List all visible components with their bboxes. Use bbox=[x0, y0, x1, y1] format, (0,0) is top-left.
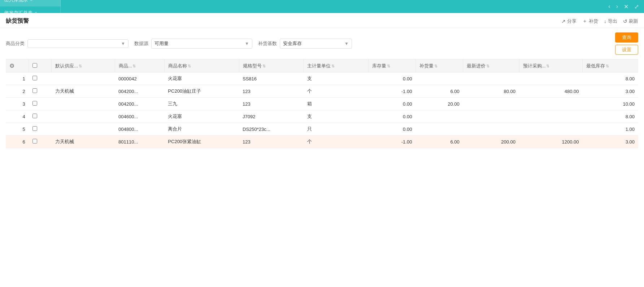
nav-tab-5[interactable]: 出入库流水× bbox=[0, 0, 61, 6]
导出-label: 导出 bbox=[608, 18, 617, 25]
page-header: 缺货预警 ↗分享＋补货↓导出↺刷新 bbox=[0, 13, 644, 28]
table-row[interactable]: 3004200...三九123箱0.0020.0010.00 bbox=[6, 98, 638, 110]
filter-actions: 查询 设置 bbox=[615, 32, 638, 55]
table-container: ⚙默认供应...⇅商品...⇅商品名称⇅规格型号⇅主计量单位⇅库存量⇅补货量⇅最… bbox=[0, 59, 644, 148]
sort-icon-6[interactable]: ⇅ bbox=[331, 64, 335, 68]
col-header-3[interactable]: 商品...⇅ bbox=[115, 59, 164, 72]
nav-next[interactable]: › bbox=[614, 3, 620, 10]
category-label: 商品分类 bbox=[6, 40, 25, 47]
row-name: 三九 bbox=[164, 98, 239, 110]
row-stock: 0.00 bbox=[368, 110, 415, 123]
row-checkbox[interactable] bbox=[32, 88, 37, 93]
row-stock: 0.00 bbox=[368, 98, 415, 110]
page-content: 缺货预警 ↗分享＋补货↓导出↺刷新 商品分类 ▼ 数据源 可用量 ▼ 补货基数 … bbox=[0, 13, 644, 287]
datasource-arrow-icon: ▼ bbox=[245, 41, 249, 46]
row-est-purchase bbox=[519, 110, 582, 123]
row-supplier: 力天机械 bbox=[52, 85, 115, 98]
row-checkbox[interactable] bbox=[32, 114, 37, 118]
row-check[interactable] bbox=[29, 72, 52, 85]
datasource-select[interactable]: 可用量 ▼ bbox=[151, 39, 252, 49]
header-action-补货[interactable]: ＋补货 bbox=[582, 18, 598, 25]
datasource-filter-group: 数据源 可用量 ▼ bbox=[134, 39, 252, 49]
category-select[interactable]: ▼ bbox=[27, 39, 129, 48]
row-checkbox[interactable] bbox=[32, 101, 37, 106]
nav-tab-close-6[interactable]: × bbox=[35, 10, 37, 13]
row-min-stock: 8.00 bbox=[582, 110, 638, 123]
table-row[interactable]: 4004600...火花塞J7092支0.008.00 bbox=[6, 110, 638, 123]
sort-icon-8[interactable]: ⇅ bbox=[434, 64, 438, 68]
query-button[interactable]: 查询 bbox=[615, 32, 638, 43]
row-price: 80.00 bbox=[463, 85, 519, 98]
header-action-分享[interactable]: ↗分享 bbox=[561, 18, 576, 25]
row-stock: 0.00 bbox=[368, 123, 415, 136]
row-est-purchase bbox=[519, 123, 582, 136]
row-check[interactable] bbox=[29, 123, 52, 136]
table-row[interactable]: 10000042火花塞SS816支0.008.00 bbox=[6, 72, 638, 85]
row-min-stock: 3.00 bbox=[582, 85, 638, 98]
category-arrow-icon: ▼ bbox=[121, 41, 125, 46]
row-spec: 123 bbox=[239, 85, 304, 98]
row-est-purchase: 1200.00 bbox=[519, 136, 582, 148]
row-checkbox[interactable] bbox=[32, 139, 37, 144]
replenish-select[interactable]: 安全库存 ▼ bbox=[280, 39, 352, 49]
filter-bar: 商品分类 ▼ 数据源 可用量 ▼ 补货基数 安全库存 ▼ 查询 设置 bbox=[0, 28, 644, 59]
sort-icon-10[interactable]: ⇅ bbox=[546, 64, 549, 68]
nav-tab-close-5[interactable]: × bbox=[30, 0, 32, 3]
select-all-checkbox[interactable] bbox=[32, 63, 37, 68]
nav-close[interactable]: ✕ bbox=[622, 3, 631, 11]
nav-prev[interactable]: ‹ bbox=[606, 3, 612, 10]
nav-expand[interactable]: ⤢ bbox=[632, 3, 641, 11]
replenish-arrow-icon: ▼ bbox=[344, 41, 349, 46]
row-checkbox[interactable] bbox=[32, 76, 37, 80]
datasource-value: 可用量 bbox=[155, 40, 169, 47]
row-price bbox=[463, 110, 519, 123]
sort-icon-7[interactable]: ⇅ bbox=[387, 64, 390, 68]
datasource-label: 数据源 bbox=[134, 40, 148, 47]
settings-icon[interactable]: ⚙ bbox=[9, 63, 14, 69]
row-supplier bbox=[52, 123, 115, 136]
row-unit: 只 bbox=[304, 123, 368, 136]
col-header-4[interactable]: 商品名称⇅ bbox=[164, 59, 239, 72]
分享-label: 分享 bbox=[567, 18, 576, 25]
table-row[interactable]: 5004800...离合片DS250*23c...只0.001.00 bbox=[6, 123, 638, 136]
sort-icon-3[interactable]: ⇅ bbox=[132, 64, 136, 68]
col-header-1 bbox=[29, 59, 52, 72]
row-supplement: 6.00 bbox=[415, 85, 463, 98]
row-supplement: 20.00 bbox=[415, 98, 463, 110]
header-action-导出[interactable]: ↓导出 bbox=[604, 18, 617, 25]
row-supplier: 力天机械 bbox=[52, 136, 115, 148]
row-stock: -1.00 bbox=[368, 136, 415, 148]
col-header-7[interactable]: 库存量⇅ bbox=[368, 59, 415, 72]
header-action-刷新[interactable]: ↺刷新 bbox=[623, 18, 638, 25]
col-header-2[interactable]: 默认供应...⇅ bbox=[52, 59, 115, 72]
sort-icon-9[interactable]: ⇅ bbox=[486, 64, 489, 68]
row-check[interactable] bbox=[29, 136, 52, 148]
nav-tab-6[interactable]: 收发存汇总表× bbox=[0, 6, 61, 13]
col-header-8[interactable]: 补货量⇅ bbox=[415, 59, 463, 72]
row-num: 1 bbox=[6, 72, 29, 85]
table-row[interactable]: 6力天机械801110...PC200张紧油缸123个-1.006.00200.… bbox=[6, 136, 638, 148]
sort-icon-5[interactable]: ⇅ bbox=[262, 64, 266, 68]
row-checkbox[interactable] bbox=[32, 126, 37, 131]
row-check[interactable] bbox=[29, 85, 52, 98]
row-check[interactable] bbox=[29, 110, 52, 123]
row-supplement bbox=[415, 123, 463, 136]
row-stock: 0.00 bbox=[368, 72, 415, 85]
table-row[interactable]: 2力天机械004200...PC200油缸庄子123个-1.006.0080.0… bbox=[6, 85, 638, 98]
sort-icon-4[interactable]: ⇅ bbox=[188, 64, 191, 68]
sort-icon-2[interactable]: ⇅ bbox=[79, 64, 82, 68]
row-name: PC200张紧油缸 bbox=[164, 136, 239, 148]
row-name: PC200油缸庄子 bbox=[164, 85, 239, 98]
settings-button[interactable]: 设置 bbox=[615, 45, 638, 55]
row-check[interactable] bbox=[29, 98, 52, 110]
col-header-9[interactable]: 最新进价⇅ bbox=[463, 59, 519, 72]
row-est-purchase: 480.00 bbox=[519, 85, 582, 98]
col-header-11[interactable]: 最低库存⇅ bbox=[582, 59, 638, 72]
col-header-6[interactable]: 主计量单位⇅ bbox=[304, 59, 368, 72]
col-header-10[interactable]: 预计采购...⇅ bbox=[519, 59, 582, 72]
replenish-value: 安全库存 bbox=[283, 40, 302, 47]
row-min-stock: 10.00 bbox=[582, 98, 638, 110]
row-price bbox=[463, 72, 519, 85]
col-header-5[interactable]: 规格型号⇅ bbox=[239, 59, 304, 72]
sort-icon-11[interactable]: ⇅ bbox=[606, 64, 609, 68]
